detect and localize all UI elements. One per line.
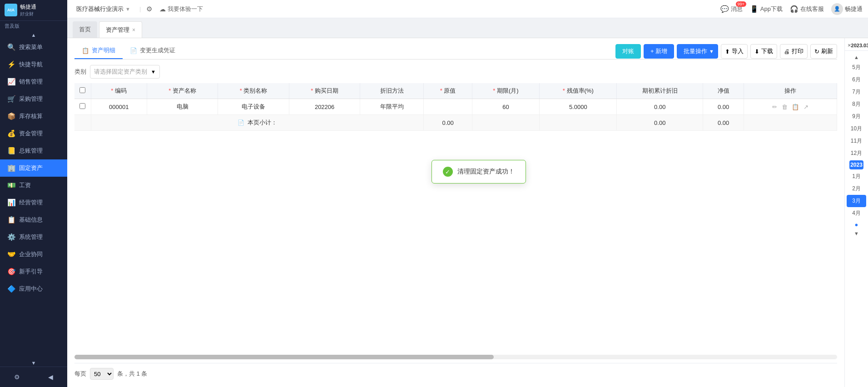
subtab-voucher-label: 变更生成凭证 xyxy=(140,46,175,55)
settings-icon[interactable]: ⚙ xyxy=(146,5,152,13)
sidebar-item-label: 系统管理 xyxy=(19,233,43,241)
row-checkbox[interactable] xyxy=(79,103,85,109)
right-panel-up-btn[interactable]: ▲ xyxy=(854,53,859,61)
right-panel-close-icon[interactable]: × xyxy=(848,42,851,49)
sidebar-item-inventory[interactable]: 📦 库存核算 xyxy=(0,108,67,125)
category-select-value: 请选择固定资产类别 xyxy=(94,68,147,76)
sidebar-item-search[interactable]: 🔍 搜索菜单 xyxy=(0,39,67,56)
subtab-asset-detail-label: 资产明细 xyxy=(92,46,115,55)
sidebar-item-fixed-assets[interactable]: 🏢 固定资产 xyxy=(0,159,67,177)
new-btn[interactable]: + 新增 xyxy=(644,44,674,59)
sidebar-item-quick-nav[interactable]: ⚡ 快捷导航 xyxy=(0,56,67,73)
right-panel-month-8[interactable]: 8月 xyxy=(845,98,868,110)
toast-message: ✓ 清理固定资产成功！ xyxy=(432,160,526,184)
sidebar-item-ledger[interactable]: 📒 总账管理 xyxy=(0,142,67,159)
copy-action-icon[interactable]: 📋 xyxy=(792,104,799,110)
sidebar-header: AtA 畅捷通 好业财 xyxy=(0,0,67,21)
separator: | xyxy=(139,5,141,12)
money-icon: 💰 xyxy=(7,129,15,138)
cell-depreciation-method: 年限平均 xyxy=(360,99,424,115)
sidebar-item-enterprise[interactable]: 🤝 企业协同 xyxy=(0,246,67,263)
settings-footer-btn[interactable]: ⚙ xyxy=(10,371,25,383)
sidebar-item-label: 快捷导航 xyxy=(19,60,43,69)
edit-action-icon[interactable]: ✏ xyxy=(772,104,777,110)
more-action-icon[interactable]: ↗ xyxy=(804,104,808,110)
sidebar-scroll-up[interactable]: ▲ xyxy=(0,31,67,39)
message-badge: 99+ xyxy=(736,1,746,7)
account-btn[interactable]: 对账 xyxy=(615,44,641,59)
target-icon: 🎯 xyxy=(7,268,15,276)
sidebar-item-app-center[interactable]: 🔷 应用中心 xyxy=(0,280,67,298)
refresh-btn[interactable]: ↻ 刷新 xyxy=(810,44,837,59)
toolbar: 对账 + 新增 批量操作 ▼ ⬆ 导入 ⬇ 下载 xyxy=(615,44,837,59)
sidebar-item-finance[interactable]: 💰 资金管理 xyxy=(0,125,67,142)
right-panel: × 2023.03 ⤢ ▲ 5月 6月 7月 8月 9月 10月 11月 12月… xyxy=(844,38,868,387)
tab-home[interactable]: 首页 xyxy=(73,21,97,38)
sidebar-item-label: 工资 xyxy=(19,181,31,189)
sidebar-item-purchase[interactable]: 🛒 采购管理 xyxy=(0,90,67,108)
delete-action-icon[interactable]: 🗑 xyxy=(782,104,788,110)
right-panel-month-7[interactable]: 7月 xyxy=(845,86,868,98)
sidebar-item-guide[interactable]: 🎯 新手引导 xyxy=(0,263,67,280)
right-panel-month-9[interactable]: 9月 xyxy=(845,110,868,123)
sidebar-item-sales[interactable]: 📈 销售管理 xyxy=(0,73,67,90)
category-select[interactable]: 请选择固定资产类别 ▼ xyxy=(90,65,160,79)
tab-close-icon[interactable]: × xyxy=(132,27,135,33)
subtab-voucher[interactable]: 📄 变更生成凭证 xyxy=(123,44,183,59)
cell-actions: ✏ 🗑 📋 ↗ xyxy=(744,99,837,115)
subtab-asset-icon: 📋 xyxy=(82,47,89,54)
pagination-total: 条，共 1 条 xyxy=(117,370,147,378)
right-panel-down-btn[interactable]: ▼ xyxy=(854,229,859,238)
sidebar-item-salary[interactable]: 💵 工资 xyxy=(0,177,67,194)
app-name-text: 畅捷通 xyxy=(20,4,36,11)
app-download-btn[interactable]: 📱 App下载 xyxy=(750,5,783,13)
right-panel-month-3[interactable]: 3月 xyxy=(847,195,866,207)
pagination: 每页 50 10 20 100 条，共 1 条 xyxy=(74,363,837,382)
sidebar-item-operations[interactable]: 📊 经营管理 xyxy=(0,194,67,211)
tab-asset-management[interactable]: 资产管理 × xyxy=(99,21,142,38)
search-icon: 🔍 xyxy=(7,43,15,51)
right-panel-month-5[interactable]: 5月 xyxy=(845,61,868,74)
right-panel-month-2[interactable]: 2月 xyxy=(845,183,868,195)
cell-original-value xyxy=(424,99,472,115)
right-panel-month-10[interactable]: 10月 xyxy=(845,123,868,135)
header-purchase-date: * 购买日期 xyxy=(289,83,360,99)
book-icon: 📒 xyxy=(7,147,15,155)
sidebar-footer: ⚙ ◀ xyxy=(0,367,67,387)
subtab-asset-detail[interactable]: 📋 资产明细 xyxy=(74,44,123,59)
sidebar-item-label: 基础信息 xyxy=(19,216,43,224)
page-size-select[interactable]: 50 10 20 100 xyxy=(90,368,114,380)
import-btn[interactable]: ⬆ 导入 xyxy=(721,44,748,59)
sidebar-item-label: 库存核算 xyxy=(19,112,43,120)
right-panel-year-marker[interactable]: 2023 xyxy=(849,160,863,169)
topnav: 医疗器械行业演示 ▼ | ⚙ ☁ 我要体验一下 💬 消息 99+ 📱 App下载… xyxy=(67,0,868,18)
print-btn[interactable]: 🖨 打印 xyxy=(780,44,808,59)
building-icon: 🏢 xyxy=(7,164,15,172)
select-all-checkbox[interactable] xyxy=(79,87,85,93)
toast-success-icon: ✓ xyxy=(443,167,453,177)
table-scrollbar[interactable] xyxy=(74,353,837,359)
message-btn[interactable]: 💬 消息 99+ xyxy=(720,5,743,13)
batch-btn[interactable]: 批量操作 ▼ xyxy=(677,44,718,59)
right-panel-month-11[interactable]: 11月 xyxy=(845,135,868,147)
cell-residual-rate: 5.0000 xyxy=(540,99,617,115)
experience-btn[interactable]: ☁ 我要体验一下 xyxy=(159,5,203,13)
right-panel-dot-btn[interactable]: ● xyxy=(855,220,858,229)
online-service-btn[interactable]: 🎧 在线客服 xyxy=(790,5,824,13)
company-selector[interactable]: 医疗器械行业演示 ▼ xyxy=(73,3,134,15)
sidebar-item-basic-info[interactable]: 📋 基础信息 xyxy=(0,211,67,228)
sidebar-scroll-down[interactable]: ▼ xyxy=(0,359,67,367)
user-btn[interactable]: 👤 畅捷通 xyxy=(831,3,863,15)
download-btn[interactable]: ⬇ 下载 xyxy=(750,44,777,59)
collapse-footer-btn[interactable]: ◀ xyxy=(44,371,58,383)
right-panel-month-1[interactable]: 1月 xyxy=(845,170,868,183)
sidebar-item-label: 应用中心 xyxy=(19,285,43,293)
sidebar-item-system[interactable]: ⚙️ 系统管理 xyxy=(0,228,67,246)
right-panel-month-4[interactable]: 4月 xyxy=(845,207,868,219)
cloud-icon: ☁ xyxy=(159,5,166,13)
asset-table: * 编码 * 资产名称 * 类别名称 * 购买日期 折旧方法 * 原值 * 期限… xyxy=(74,83,837,131)
right-panel-month-6[interactable]: 6月 xyxy=(845,74,868,86)
cell-name: 电脑 xyxy=(147,99,218,115)
subtotal-row: 📄 本页小计： 0.00 0.00 0.00 xyxy=(74,115,837,131)
right-panel-month-12[interactable]: 12月 xyxy=(845,147,868,159)
